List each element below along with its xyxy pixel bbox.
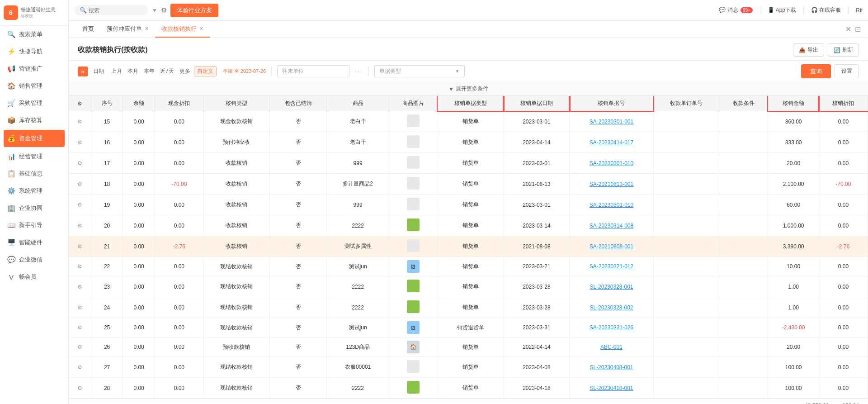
- cell-settings[interactable]: ⚙: [69, 111, 91, 132]
- sidebar-item-purchase[interactable]: 🛒采购管理: [0, 95, 68, 112]
- sidebar-label-hardware: 智能硬件: [19, 238, 42, 247]
- table-footer: 40,556,66... 952.24: [69, 399, 868, 404]
- sidebar-label-inventory: 库存核算: [19, 116, 42, 124]
- sidebar-item-search[interactable]: 🔍搜索菜单: [0, 26, 68, 43]
- cell-balance: 0.00: [123, 297, 155, 318]
- cell-writeoff-no[interactable]: SA-20210808-001: [570, 236, 654, 257]
- cell-writeoff-no[interactable]: SA-20230301-010: [570, 195, 654, 215]
- sidebar-item-finance[interactable]: 💰资金管理: [4, 130, 65, 147]
- date-btn-this-month[interactable]: 本月: [126, 67, 140, 76]
- cell-voucher-type: 销货单: [438, 111, 504, 132]
- source-unit-input[interactable]: 往来单位: [277, 65, 349, 77]
- shortcut-icon: ⚡: [7, 48, 15, 56]
- filter-settings-button[interactable]: 设置: [835, 64, 859, 78]
- search-bar[interactable]: 🔍: [74, 5, 148, 15]
- cell-writeoff-no[interactable]: SA-20230414-017: [570, 132, 654, 153]
- expand-conditions-button[interactable]: ▼ 展开更多条件: [448, 85, 488, 93]
- date-btn-last-month[interactable]: 上月: [109, 67, 124, 76]
- window-close-icon[interactable]: ✕: [845, 25, 851, 33]
- cell-writeoff-no[interactable]: SA-20210813-001: [570, 174, 654, 195]
- cell-settings[interactable]: ⚙: [69, 378, 91, 399]
- filter-expand-button[interactable]: »: [78, 67, 88, 76]
- window-maximize-icon[interactable]: ⊡: [855, 25, 861, 33]
- cell-writeoff-no[interactable]: ABC-001: [570, 337, 654, 357]
- sidebar-item-member[interactable]: V畅会员: [0, 268, 68, 285]
- cell-receipt-order: [653, 215, 719, 236]
- cell-writeoff-type: 收款核销: [203, 236, 269, 257]
- date-btn-more[interactable]: 更多: [178, 67, 192, 76]
- cell-settings[interactable]: ⚙: [69, 236, 91, 257]
- cell-writeoff-no[interactable]: SL-20230328-002: [570, 297, 654, 318]
- cell-settings[interactable]: ⚙: [69, 132, 91, 153]
- cell-settings[interactable]: ⚙: [69, 276, 91, 297]
- cell-goods: 999: [327, 195, 389, 215]
- cell-settings[interactable]: ⚙: [69, 357, 91, 378]
- expand-conditions-bar: ▼ 展开更多条件: [69, 82, 868, 96]
- cell-settings[interactable]: ⚙: [69, 257, 91, 276]
- sidebar-item-marketing[interactable]: 📢营销推广: [0, 60, 68, 77]
- col-settings[interactable]: ⚙: [69, 96, 91, 111]
- sidebar-item-hardware[interactable]: 🖥️智能硬件: [0, 234, 68, 251]
- cell-writeoff-no[interactable]: SL-20230408-001: [570, 357, 654, 378]
- cell-settings[interactable]: ⚙: [69, 337, 91, 357]
- data-table: ⚙ 序号 余额 现金折扣 核销类型 包含已结清 商品 商品图片 核销单据类型 核…: [69, 96, 868, 399]
- cell-writeoff-no[interactable]: SL-20230418-001: [570, 378, 654, 399]
- cell-writeoff-type: 收款核销: [203, 174, 269, 195]
- tab-home[interactable]: 首页: [76, 21, 100, 38]
- sidebar-item-system[interactable]: ⚙️系统管理: [0, 182, 68, 200]
- cell-settings[interactable]: ⚙: [69, 297, 91, 318]
- cell-writeoff-no[interactable]: SA-20230321-012: [570, 257, 654, 276]
- app-download[interactable]: 📱 App下载: [768, 6, 796, 14]
- col-no: 序号: [91, 96, 123, 111]
- query-button[interactable]: 查询: [801, 64, 831, 78]
- settings-icon[interactable]: ⚙: [161, 6, 167, 14]
- sidebar-item-guide[interactable]: 📖新手引导: [0, 217, 68, 234]
- cell-voucher-type: 销货单: [438, 378, 504, 399]
- export-button[interactable]: 📤 导出: [793, 43, 824, 57]
- logo-icon: 6: [4, 5, 18, 20]
- cell-settings[interactable]: ⚙: [69, 174, 91, 195]
- cell-discount: 0.00: [819, 276, 868, 297]
- cell-writeoff-no[interactable]: SA-20230301-010: [570, 153, 654, 174]
- cell-writeoff-no[interactable]: SA-20230301-001: [570, 111, 654, 132]
- sidebar-item-business[interactable]: 📊经营管理: [0, 148, 68, 165]
- cell-receipt-terms: [719, 276, 768, 297]
- sidebar-item-wechat[interactable]: 💬企业微信: [0, 251, 68, 268]
- solution-button[interactable]: 体验行业方案: [170, 4, 218, 17]
- cell-include-settled: 否: [269, 195, 327, 215]
- cell-writeoff-no[interactable]: SA-20230314-008: [570, 215, 654, 236]
- tab-prepay-close[interactable]: ✕: [145, 26, 149, 32]
- user-label[interactable]: Rit: [856, 7, 863, 14]
- cell-settings[interactable]: ⚙: [69, 318, 91, 337]
- cell-settings[interactable]: ⚙: [69, 215, 91, 236]
- date-btn-this-year[interactable]: 本年: [142, 67, 156, 76]
- sidebar-item-sales[interactable]: 🏠销售管理: [0, 77, 68, 95]
- date-btn-custom[interactable]: 自定义: [194, 66, 217, 76]
- chevron-down-icon: ▼: [455, 69, 460, 74]
- sidebar-item-shortcut[interactable]: ⚡快捷导航: [0, 43, 68, 60]
- cell-goods-img: 🏠: [389, 337, 438, 357]
- voucher-type-select[interactable]: 单据类型 ▼: [374, 65, 465, 77]
- cell-receipt-terms: [719, 174, 768, 195]
- tab-prepay[interactable]: 预付冲应付单 ✕: [100, 21, 155, 38]
- cell-settings[interactable]: ⚙: [69, 195, 91, 215]
- search-input[interactable]: [89, 7, 143, 14]
- cell-settings[interactable]: ⚙: [69, 153, 91, 174]
- online-service[interactable]: 🎧 在线客服: [811, 6, 841, 14]
- tab-writeoff-close[interactable]: ✕: [199, 26, 203, 32]
- sidebar-item-basic[interactable]: 📋基础信息: [0, 165, 68, 182]
- cell-cash-discount: 0.00: [155, 276, 203, 297]
- message-item[interactable]: 💬 消息 99+: [719, 6, 753, 14]
- sidebar-item-inventory[interactable]: 📦库存核算: [0, 112, 68, 129]
- cell-no: 27: [91, 357, 123, 378]
- sidebar-item-enterprise[interactable]: 🏢企业协同: [0, 200, 68, 217]
- tabs-actions: ✕ ⊡: [845, 25, 861, 33]
- cell-writeoff-no[interactable]: SA-20230331-026: [570, 318, 654, 337]
- cell-include-settled: 否: [269, 297, 327, 318]
- tab-writeoff[interactable]: 收款核销执行 ✕: [155, 21, 210, 38]
- cell-writeoff-no[interactable]: SL-20230328-001: [570, 276, 654, 297]
- date-btn-7days[interactable]: 近7天: [158, 67, 176, 76]
- cell-amount: 10.00: [768, 257, 819, 276]
- refresh-button[interactable]: 🔄 刷新: [828, 43, 859, 57]
- cell-amount: 20.00: [768, 337, 819, 357]
